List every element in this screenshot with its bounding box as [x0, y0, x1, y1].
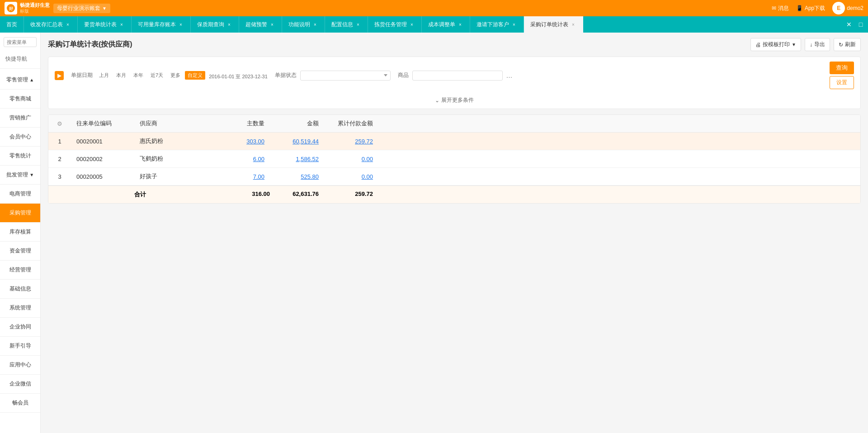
table-row: 3 00020005 好孩子 7.00 525.80 0.00 [48, 168, 860, 186]
close-overstock-icon[interactable]: × [269, 21, 275, 28]
username: demo2 [847, 5, 863, 11]
close-available-stock-icon[interactable]: × [178, 21, 184, 28]
date-btn-last-month[interactable]: 上月 [96, 71, 112, 80]
sidebar-item-enterprise-coop[interactable]: 企业协同 [0, 318, 40, 337]
tab-expiry-query[interactable]: 保质期查询 × [191, 16, 239, 33]
close-config-info-icon[interactable]: × [355, 21, 361, 28]
row-seq-1: 1 [48, 133, 71, 150]
tab-receive-summary[interactable]: 收发存汇总表 × [24, 16, 78, 33]
export-btn[interactable]: ↓ 导出 [805, 38, 830, 51]
sidebar-enterprise-coop-label: 企业协同 [9, 324, 31, 330]
sidebar-item-ecommerce[interactable]: 电商管理 [0, 185, 40, 204]
message-btn[interactable]: ✉ 消息 [772, 5, 789, 12]
row-code-3: 00020005 [71, 168, 134, 186]
row-seq-3: 3 [48, 168, 71, 186]
sidebar-item-vip[interactable]: 畅会员 [0, 394, 40, 413]
tab-function-desc[interactable]: 功能说明 × [282, 16, 325, 33]
close-window-btn[interactable]: ✕ [844, 19, 854, 30]
tab-purchase-summary[interactable]: 采购订单统计表 × [524, 16, 583, 33]
amount-link-2[interactable]: 1,586.52 [296, 156, 319, 162]
tab-overstock[interactable]: 超储预警 × [239, 16, 282, 33]
search-input[interactable] [4, 37, 37, 47]
amount-link-3[interactable]: 525.80 [301, 173, 319, 180]
expand-more-btn[interactable]: ⌄ 展开更多条件 [435, 96, 474, 104]
gear-settings-icon[interactable]: ⚙ [57, 120, 62, 127]
close-expiry-query-icon[interactable]: × [226, 21, 232, 28]
sidebar-item-finance[interactable]: 资金管理 [0, 242, 40, 261]
row-qty-2: 6.00 [225, 150, 270, 168]
amount-link-1[interactable]: 60,519.44 [292, 138, 319, 145]
goods-filter: 商品 ... [398, 71, 512, 81]
qty-link-2[interactable]: 6.00 [253, 156, 264, 162]
tab-pick-task[interactable]: 拣货任务管理 × [368, 16, 422, 33]
filter-toggle-btn[interactable]: ▶ [55, 71, 64, 80]
query-btn[interactable]: 查询 [830, 62, 854, 74]
qty-link-3[interactable]: 7.00 [253, 173, 264, 180]
close-invite-downstream-icon[interactable]: × [511, 21, 517, 28]
tab-function-desc-label: 功能说明 [288, 21, 310, 29]
sidebar-item-retail-stats[interactable]: 零售统计 [0, 147, 40, 166]
org-selector[interactable]: 母婴行业演示账套 ▼ [53, 4, 110, 13]
date-btn-this-month[interactable]: 本月 [113, 71, 129, 80]
print-btn[interactable]: 🖨 按模板打印 ▼ [750, 38, 801, 51]
close-receive-summary-icon[interactable]: × [65, 21, 71, 28]
sidebar-item-quick-nav[interactable]: 快捷导航 [0, 52, 40, 67]
tab-cost-adjust-label: 成本调整单 [428, 21, 455, 29]
tab-config-info-label: 配置信息 [331, 21, 353, 29]
data-table: ⚙ 往来单位编码 供应商 主数量 金额 累计付款金额 1 [48, 115, 860, 186]
tab-pick-task-label: 拣货任务管理 [374, 21, 407, 29]
maximize-btn[interactable]: □ [855, 19, 866, 30]
page-title: 采购订单统计表(按供应商) [48, 40, 132, 49]
sidebar-purchase-mgmt-label: 采购管理 [9, 209, 31, 216]
close-pick-task-icon[interactable]: × [409, 21, 415, 28]
sidebar-item-inventory[interactable]: 库存核算 [0, 223, 40, 242]
sidebar-item-member-center[interactable]: 会员中心 [0, 128, 40, 147]
sidebar-item-marketing[interactable]: 营销推广 [0, 109, 40, 128]
sidebar-item-enterprise-wechat[interactable]: 企业微信 [0, 375, 40, 394]
sidebar-item-app-center[interactable]: 应用中心 [0, 356, 40, 375]
sidebar-item-sys-mgmt[interactable]: 系统管理 [0, 299, 40, 318]
col-header-qty: 主数量 [225, 115, 270, 133]
sidebar-item-ops[interactable]: 经营管理 [0, 261, 40, 280]
sidebar-item-wholesale[interactable]: 批发管理 ▼ [0, 166, 40, 185]
qty-link-1[interactable]: 303.00 [246, 138, 264, 145]
close-cost-adjust-icon[interactable]: × [457, 21, 463, 28]
sidebar-item-new-guide[interactable]: 新手引导 [0, 337, 40, 356]
tab-invite-downstream[interactable]: 邀请下游客户 × [470, 16, 524, 33]
tab-home[interactable]: 首页 [0, 16, 24, 33]
goods-input[interactable] [412, 71, 503, 81]
sidebar-item-purchase-mgmt[interactable]: 采购管理 [0, 204, 40, 223]
app-download-btn[interactable]: 📱 App下载 [796, 5, 825, 12]
close-order-summary-icon[interactable]: × [118, 21, 125, 28]
sidebar-item-retail-mgmt[interactable]: 零售管理 ▲ [0, 71, 40, 90]
paid-link-1[interactable]: 259.72 [355, 138, 373, 145]
tab-cost-adjust[interactable]: 成本调整单 × [422, 16, 470, 33]
close-purchase-summary-icon[interactable]: × [570, 21, 576, 28]
filter-bar: ▶ 单据日期 上月 本月 本年 近7天 更多 自定义 2016-01-01 至 [48, 57, 861, 109]
message-icon: ✉ [772, 5, 776, 11]
date-btn-7days[interactable]: 近7天 [148, 71, 166, 80]
user-info[interactable]: E demo2 [832, 2, 863, 14]
paid-link-2[interactable]: 0.00 [362, 156, 373, 162]
sidebar-new-guide-label: 新手引导 [9, 343, 31, 349]
sidebar-item-basic-info[interactable]: 基础信息 [0, 280, 40, 299]
tab-config-info[interactable]: 配置信息 × [325, 16, 368, 33]
goods-more-icon[interactable]: ... [506, 71, 512, 80]
date-btn-this-year[interactable]: 本年 [131, 71, 146, 80]
date-btn-more[interactable]: 更多 [168, 71, 183, 80]
svg-text:好: 好 [9, 6, 14, 11]
sidebar-item-retail-shop[interactable]: 零售商城 [0, 90, 40, 109]
app-download-label: App下载 [805, 5, 825, 12]
refresh-btn[interactable]: ↻ 刷新 [834, 38, 861, 51]
date-btn-custom[interactable]: 自定义 [185, 71, 205, 80]
print-label: 按模板打印 [763, 41, 790, 48]
status-select[interactable] [300, 71, 391, 81]
tab-order-summary[interactable]: 要货单统计表 × [78, 16, 132, 33]
export-icon: ↓ [810, 42, 812, 48]
settings-btn[interactable]: 设置 [830, 76, 854, 89]
top-bar-left: 好 畅捷通好生意 标版 母婴行业演示账套 ▼ [5, 2, 110, 14]
close-function-desc-icon[interactable]: × [312, 21, 318, 28]
tab-available-stock[interactable]: 可用量库存账本 × [132, 16, 191, 33]
paid-link-3[interactable]: 0.00 [362, 173, 373, 180]
logo-area: 好 畅捷通好生意 标版 [5, 2, 50, 14]
